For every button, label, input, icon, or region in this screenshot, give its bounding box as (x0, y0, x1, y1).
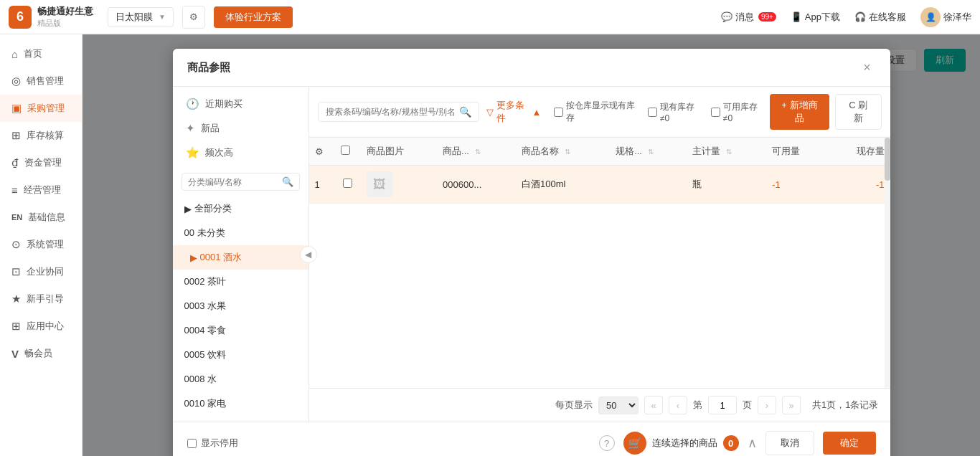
show-disabled-label[interactable]: 显示停用 (187, 437, 238, 450)
row-stock-cell: -1 (828, 166, 890, 204)
col-name: 商品名称 ⇅ (516, 138, 610, 166)
name-sort-icon[interactable]: ⇅ (565, 148, 570, 156)
available-nonzero-checkbox[interactable]: 可用库存≠0 (711, 101, 763, 123)
category-item-0004[interactable]: 0004 零食 (173, 318, 308, 343)
category-item-0001[interactable]: ▶ 0001 酒水 (173, 245, 308, 270)
refresh-button[interactable]: C 刷新 (835, 94, 881, 130)
headset-icon: 🎧 (854, 11, 866, 22)
sidebar-item-enterprise[interactable]: ⊡ 企业协同 (0, 258, 82, 285)
next-page-button[interactable]: › (758, 396, 776, 414)
sidebar-item-operation[interactable]: ≡ 经营管理 (0, 176, 82, 204)
products-table: ⚙ 商品图片 (309, 138, 890, 204)
unit-sort-icon[interactable]: ⇅ (726, 148, 732, 156)
sidebar-item-vip[interactable]: V 畅会员 (0, 340, 82, 367)
sidebar: ⌂ 首页 ◎ 销售管理 ▣ 采购管理 ⊞ 库存核算 ₫ 资金管理 ≡ 经营管理 … (0, 34, 83, 456)
sidebar-item-sales[interactable]: ◎ 销售管理 (0, 67, 82, 95)
filter-icon: ▽ (486, 107, 494, 118)
sidebar-item-basic[interactable]: EN 基础信息 (0, 204, 82, 231)
search-input[interactable] (326, 107, 455, 117)
scroll-thumb[interactable] (885, 138, 890, 181)
category-item-0005[interactable]: 0005 饮料 (173, 343, 308, 367)
search-icon[interactable]: 🔍 (459, 106, 471, 118)
code-sort-icon[interactable]: ⇅ (475, 148, 481, 156)
show-warehouse-checkbox[interactable]: 按仓库显示现有库存 (554, 100, 636, 124)
category-item-0010[interactable]: 0010 家电 (173, 391, 308, 416)
row-spec-cell (610, 166, 687, 204)
phone-icon: 📱 (791, 11, 802, 22)
close-icon[interactable]: × (859, 59, 876, 76)
nav-selector[interactable]: 日太阳膜 ▼ (108, 7, 174, 27)
collapse-footer-icon[interactable]: ∧ (748, 435, 757, 451)
prev-page-button[interactable]: ‹ (669, 396, 687, 414)
page-number-input[interactable] (708, 396, 737, 414)
table-toolbar: 🔍 ▽ 更多条件 ▲ 按仓库显示现有库存 (309, 87, 890, 138)
category-item-all[interactable]: ▶ 全部分类 (173, 196, 308, 221)
col-unit: 主计量 ⇅ (687, 138, 766, 166)
star-icon: ⭐ (186, 146, 199, 159)
table-row[interactable]: 1 🖼 (309, 166, 890, 204)
left-panel-actions: 🕐 近期购买 ✦ 新品 ⭐ 频次高 (173, 92, 308, 164)
category-item-0002[interactable]: 0002 茶叶 (173, 270, 308, 294)
last-page-button[interactable]: » (782, 396, 801, 414)
new-product-item[interactable]: ✦ 新品 (179, 117, 303, 140)
scrollbar[interactable] (885, 138, 890, 388)
category-item-0008[interactable]: 0008 水 (173, 367, 308, 391)
add-product-button[interactable]: + 新增商品 (770, 94, 830, 130)
dialog-overlay: 商品参照 × 🕐 近期购买 ✦ 新 (83, 34, 980, 456)
cart-count: 0 (723, 435, 739, 451)
per-page-label: 每页显示 (555, 399, 593, 412)
dialog-header: 商品参照 × (173, 49, 890, 87)
inventory-icon: ⊞ (11, 129, 21, 142)
cancel-button[interactable]: 取消 (765, 431, 814, 455)
spec-sort-icon[interactable]: ⇅ (648, 148, 654, 156)
table-header-row: ⚙ 商品图片 (309, 138, 890, 166)
confirm-button[interactable]: 确定 (823, 432, 876, 455)
category-search-input[interactable] (188, 177, 282, 187)
app-download-button[interactable]: 📱 App下载 (791, 11, 840, 24)
cart-icon[interactable]: 🛒 (623, 432, 646, 455)
table-container: ⚙ 商品图片 (309, 138, 890, 388)
sidebar-item-newbie[interactable]: ★ 新手引导 (0, 285, 82, 313)
row-available-cell: -1 (766, 166, 828, 204)
sidebar-item-purchase[interactable]: ▣ 采购管理 (0, 95, 82, 122)
collapse-button[interactable]: ◀ (300, 246, 317, 263)
category-item-00[interactable]: 00 未分类 (173, 221, 308, 245)
operation-icon: ≡ (11, 184, 18, 196)
user-profile-button[interactable]: 👤 徐泽华 (920, 7, 971, 27)
show-disabled-checkbox[interactable] (187, 439, 197, 448)
main-layout: ⌂ 首页 ◎ 销售管理 ▣ 采购管理 ⊞ 库存核算 ₫ 资金管理 ≡ 经营管理 … (0, 34, 980, 456)
category-item-0003[interactable]: 0003 水果 (173, 294, 308, 318)
recent-purchase-item[interactable]: 🕐 近期购买 (179, 92, 303, 115)
trial-button[interactable]: 体验行业方案 (214, 6, 293, 28)
left-panel: 🕐 近期购买 ✦ 新品 ⭐ 频次高 (173, 87, 309, 422)
content-area: 查询 设置 刷新 商品参照 × 🕐 (83, 34, 980, 456)
table-settings-icon[interactable]: ⚙ (315, 146, 324, 157)
first-page-icon: « (651, 400, 656, 411)
recent-icon: 🕐 (186, 98, 199, 110)
sidebar-item-finance[interactable]: ₫ 资金管理 (0, 149, 82, 176)
col-gear: ⚙ (309, 138, 335, 166)
sidebar-item-system[interactable]: ⊙ 系统管理 (0, 231, 82, 258)
sidebar-item-apps[interactable]: ⊞ 应用中心 (0, 313, 82, 340)
sidebar-item-inventory[interactable]: ⊞ 库存核算 (0, 122, 82, 149)
first-page-button[interactable]: « (644, 396, 663, 414)
filter-button[interactable]: ▽ 更多条件 ▲ (486, 99, 542, 125)
logo-area: 6 畅捷通好生意 精品版 (9, 5, 93, 29)
next-page-icon: › (765, 400, 768, 411)
new-icon: ✦ (186, 122, 195, 135)
row-unit-cell: 瓶 (687, 166, 766, 204)
row-checkbox[interactable] (343, 179, 352, 188)
settings-icon[interactable]: ⚙ (182, 6, 205, 29)
messages-button[interactable]: 💬 消息 99+ (721, 11, 776, 24)
sales-icon: ◎ (11, 75, 21, 87)
online-service-button[interactable]: 🎧 在线客服 (854, 11, 906, 24)
top-nav: 6 畅捷通好生意 精品版 日太阳膜 ▼ ⚙ 体验行业方案 💬 消息 99+ 📱 … (0, 0, 980, 34)
select-all-checkbox[interactable] (341, 146, 350, 155)
nonzero-stock-checkbox[interactable]: 现有库存≠0 (648, 101, 699, 123)
sidebar-item-home[interactable]: ⌂ 首页 (0, 40, 82, 67)
filter-arrow-icon: ▲ (532, 107, 541, 118)
help-icon[interactable]: ? (599, 435, 615, 451)
row-checkbox-cell (335, 166, 361, 204)
per-page-select[interactable]: 50 20 100 (598, 396, 639, 414)
frequent-item[interactable]: ⭐ 频次高 (179, 141, 303, 164)
